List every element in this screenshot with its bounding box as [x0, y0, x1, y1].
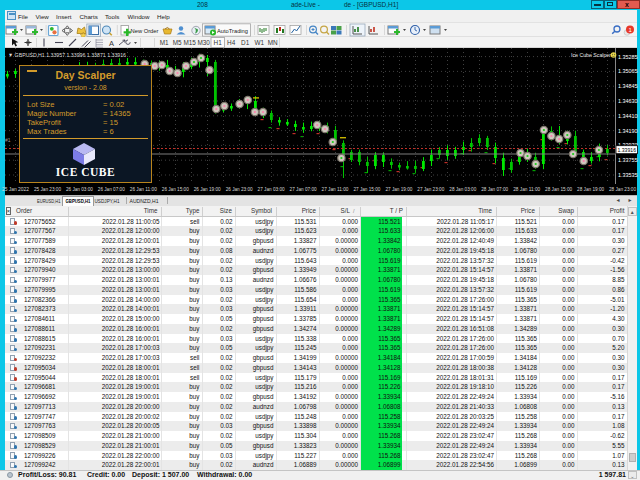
svg-text:28 Jan 03:00: 28 Jan 03:00 — [449, 187, 476, 192]
svg-text:1.33755: 1.33755 — [618, 157, 638, 163]
svg-text:W1: W1 — [254, 39, 264, 46]
svg-text:27 Jan 07:00: 27 Jan 07:00 — [290, 187, 317, 192]
svg-text:▼ GBPUSD,H1 1.33957 1.33996 1: ▼ GBPUSD,H1 1.33957 1.33996 1.33871 1.33… — [8, 52, 126, 58]
svg-text:M30: M30 — [197, 39, 210, 46]
svg-text:A: A — [109, 39, 114, 48]
svg-text:1.35285: 1.35285 — [618, 54, 638, 60]
svg-text:1.34845: 1.34845 — [618, 83, 638, 89]
svg-text:27 Jan 19:00: 27 Jan 19:00 — [385, 187, 412, 192]
svg-text:25 Jan 2022: 25 Jan 2022 — [2, 187, 29, 192]
svg-text:1.35065: 1.35065 — [618, 68, 638, 74]
svg-text:26 Jan 23:00: 26 Jan 23:00 — [226, 187, 253, 192]
svg-text:1.34410: 1.34410 — [618, 113, 638, 119]
svg-text:AutoTrading: AutoTrading — [217, 27, 249, 34]
svg-text:M15: M15 — [183, 39, 196, 46]
svg-text:M1: M1 — [160, 39, 169, 46]
svg-text:28 Jan 15:00: 28 Jan 15:00 — [545, 187, 572, 192]
svg-text:1.34630: 1.34630 — [618, 98, 638, 104]
svg-text:28 Jan 23:00: 28 Jan 23:00 — [609, 187, 636, 192]
svg-text:26 Jan 03:00: 26 Jan 03:00 — [66, 187, 93, 192]
svg-text:25 Jan 23:00: 25 Jan 23:00 — [34, 187, 61, 192]
svg-text:27 Jan 15:00: 27 Jan 15:00 — [353, 187, 380, 192]
svg-text:Ice Cube Scalper: Ice Cube Scalper — [571, 52, 611, 58]
svg-text:EURUSD,H1: EURUSD,H1 — [37, 198, 61, 204]
svg-text:USDJPY,H1: USDJPY,H1 — [95, 198, 120, 204]
svg-text:26 Jan 07:00: 26 Jan 07:00 — [98, 187, 125, 192]
svg-text:New Order: New Order — [131, 27, 159, 34]
svg-text:26 Jan 15:00: 26 Jan 15:00 — [162, 187, 189, 192]
svg-text:H1: H1 — [214, 39, 223, 46]
svg-text:MN: MN — [268, 39, 278, 46]
svg-text:H4: H4 — [227, 39, 236, 46]
svg-text:26 Jan 11:00: 26 Jan 11:00 — [130, 187, 157, 192]
svg-text:1.34190: 1.34190 — [618, 128, 638, 134]
svg-text:27 Jan 03:00: 27 Jan 03:00 — [258, 187, 285, 192]
svg-text:28 Jan 11:00: 28 Jan 11:00 — [513, 187, 540, 192]
svg-text:27 Jan 23:00: 27 Jan 23:00 — [417, 187, 444, 192]
svg-text:D1: D1 — [241, 39, 250, 46]
svg-text:28 Jan 19:00: 28 Jan 19:00 — [577, 187, 604, 192]
svg-text:GBPUSD,H1: GBPUSD,H1 — [66, 198, 91, 204]
svg-text:28 Jan 07:00: 28 Jan 07:00 — [481, 187, 508, 192]
svg-text:1.33916: 1.33916 — [618, 147, 637, 153]
svg-text:AUDNZD,H1: AUDNZD,H1 — [130, 198, 159, 204]
svg-text:1.33535: 1.33535 — [618, 172, 638, 178]
svg-text:27 Jan 11:00: 27 Jan 11:00 — [322, 187, 349, 192]
svg-text:26 Jan 19:00: 26 Jan 19:00 — [194, 187, 221, 192]
svg-text:#1: #1 — [5, 137, 11, 143]
svg-text:M5: M5 — [173, 39, 182, 46]
